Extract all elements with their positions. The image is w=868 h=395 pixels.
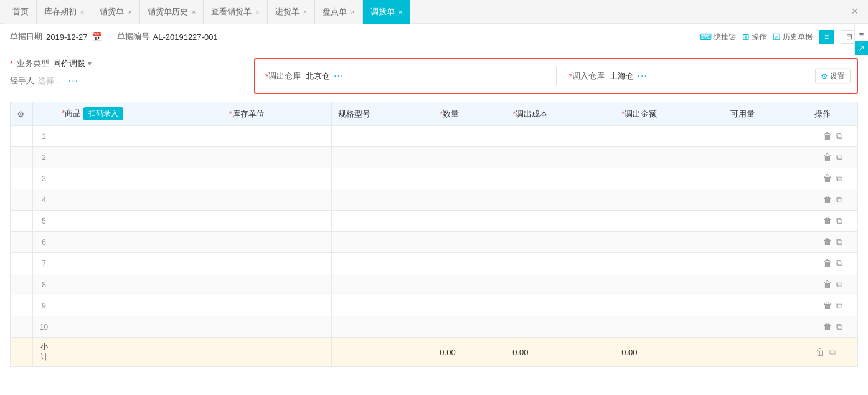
row-spec-3[interactable] xyxy=(331,168,433,189)
row-copy-icon-7[interactable]: ⧉ xyxy=(836,258,842,268)
row-amount-9[interactable] xyxy=(615,295,724,316)
row-spec-9[interactable] xyxy=(331,295,433,316)
tab-view-sales[interactable]: 查看销货单 × xyxy=(204,0,267,24)
row-cost-2[interactable] xyxy=(506,147,615,168)
row-unit-10[interactable] xyxy=(222,316,331,338)
row-product-2[interactable] xyxy=(55,147,222,168)
row-product-10[interactable] xyxy=(55,316,222,338)
row-product-5[interactable] xyxy=(55,211,222,232)
row-cost-5[interactable] xyxy=(506,211,615,232)
row-spec-6[interactable] xyxy=(331,232,433,253)
row-spec-2[interactable] xyxy=(331,147,433,168)
row-unit-6[interactable] xyxy=(222,232,331,253)
row-product-1[interactable] xyxy=(55,126,222,147)
tab-close-inventory-check[interactable]: × xyxy=(351,8,354,16)
row-spec-4[interactable] xyxy=(331,189,433,211)
row-quantity-4[interactable] xyxy=(433,189,506,211)
row-delete-icon-7[interactable]: 🗑 xyxy=(823,258,832,268)
row-amount-2[interactable] xyxy=(615,147,724,168)
row-quantity-2[interactable] xyxy=(433,147,506,168)
row-amount-5[interactable] xyxy=(615,211,724,232)
tab-inventory-check[interactable]: 盘点单 × xyxy=(315,0,362,24)
tab-transfer-order[interactable]: 调拨单 × xyxy=(363,0,410,24)
row-quantity-9[interactable] xyxy=(433,295,506,316)
settings-button[interactable]: ⚙ 设置 xyxy=(815,69,851,84)
row-delete-icon-1[interactable]: 🗑 xyxy=(823,131,832,141)
operations-button[interactable]: ⊞ 操作 xyxy=(742,32,767,42)
row-copy-icon-8[interactable]: ⧉ xyxy=(836,279,842,289)
sidebar-export-btn[interactable]: ↗ xyxy=(855,41,869,55)
row-cost-10[interactable] xyxy=(506,316,615,338)
tab-sales-history[interactable]: 销货单历史 × xyxy=(140,0,204,24)
row-unit-5[interactable] xyxy=(222,211,331,232)
row-unit-4[interactable] xyxy=(222,189,331,211)
row-copy-icon-10[interactable]: ⧉ xyxy=(836,321,842,331)
table-gear-icon[interactable]: ⚙ xyxy=(17,109,25,119)
history-button[interactable]: ☑ 历史单据 xyxy=(773,32,813,42)
row-product-4[interactable] xyxy=(55,189,222,211)
tab-close-view-sales[interactable]: × xyxy=(255,8,259,16)
col-settings[interactable]: ⚙ xyxy=(11,102,33,126)
row-quantity-7[interactable] xyxy=(433,253,506,274)
subtotal-delete-icon[interactable]: 🗑 xyxy=(816,347,824,357)
row-delete-icon-9[interactable]: 🗑 xyxy=(823,300,832,310)
row-product-3[interactable] xyxy=(55,168,222,189)
row-unit-3[interactable] xyxy=(222,168,331,189)
row-amount-7[interactable] xyxy=(615,253,724,274)
row-amount-10[interactable] xyxy=(615,316,724,338)
transfer-in-more-btn[interactable]: ··· xyxy=(638,70,648,82)
row-delete-icon-5[interactable]: 🗑 xyxy=(823,216,832,226)
tab-close-sales-history[interactable]: × xyxy=(192,8,196,16)
row-unit-8[interactable] xyxy=(222,274,331,295)
row-amount-3[interactable] xyxy=(615,168,724,189)
row-copy-icon-1[interactable]: ⧉ xyxy=(836,131,842,141)
row-spec-8[interactable] xyxy=(331,274,433,295)
row-quantity-5[interactable] xyxy=(433,211,506,232)
row-quantity-1[interactable] xyxy=(433,126,506,147)
row-copy-icon-9[interactable]: ⧉ xyxy=(836,300,842,310)
window-close-button[interactable]: × xyxy=(846,5,863,18)
row-quantity-8[interactable] xyxy=(433,274,506,295)
row-copy-icon-5[interactable]: ⧉ xyxy=(836,216,842,226)
row-cost-8[interactable] xyxy=(506,274,615,295)
row-cost-4[interactable] xyxy=(506,189,615,211)
tab-close-transfer-order[interactable]: × xyxy=(399,8,402,16)
business-type-arrow[interactable]: ▾ xyxy=(88,59,92,68)
subtotal-copy-icon[interactable]: ⧉ xyxy=(829,347,836,357)
tab-sales-order[interactable]: 销货单 × xyxy=(92,0,139,24)
tab-purchase-order[interactable]: 进货单 × xyxy=(268,0,315,24)
sidebar-list-btn[interactable]: ≡ xyxy=(855,26,869,40)
row-unit-7[interactable] xyxy=(222,253,331,274)
row-amount-8[interactable] xyxy=(615,274,724,295)
row-product-7[interactable] xyxy=(55,253,222,274)
row-delete-icon-8[interactable]: 🗑 xyxy=(823,279,832,289)
operator-more-btn[interactable]: ··· xyxy=(68,75,78,87)
row-unit-2[interactable] xyxy=(222,147,331,168)
row-cost-9[interactable] xyxy=(506,295,615,316)
row-delete-icon-10[interactable]: 🗑 xyxy=(823,321,832,331)
scan-input-button[interactable]: 扫码录入 xyxy=(83,107,123,120)
row-unit-1[interactable] xyxy=(222,126,331,147)
row-amount-1[interactable] xyxy=(615,126,724,147)
row-spec-1[interactable] xyxy=(331,126,433,147)
row-delete-icon-2[interactable]: 🗑 xyxy=(823,152,832,162)
layout-btn-1[interactable]: ≡ xyxy=(819,30,834,44)
row-cost-7[interactable] xyxy=(506,253,615,274)
transfer-out-more-btn[interactable]: ··· xyxy=(334,70,344,82)
row-product-6[interactable] xyxy=(55,232,222,253)
row-copy-icon-2[interactable]: ⧉ xyxy=(836,152,842,162)
row-amount-6[interactable] xyxy=(615,232,724,253)
calendar-icon[interactable]: 📅 xyxy=(92,32,102,42)
tab-close-inventory-init[interactable]: × xyxy=(80,8,84,16)
tab-close-purchase-order[interactable]: × xyxy=(303,8,307,16)
row-delete-icon-4[interactable]: 🗑 xyxy=(823,194,832,204)
row-unit-9[interactable] xyxy=(222,295,331,316)
row-delete-icon-6[interactable]: 🗑 xyxy=(823,237,832,247)
tab-close-sales-order[interactable]: × xyxy=(128,8,131,16)
row-spec-5[interactable] xyxy=(331,211,433,232)
row-cost-1[interactable] xyxy=(506,126,615,147)
row-product-8[interactable] xyxy=(55,274,222,295)
row-spec-10[interactable] xyxy=(331,316,433,338)
quick-key-button[interactable]: ⌨ 快捷键 xyxy=(699,32,736,42)
row-spec-7[interactable] xyxy=(331,253,433,274)
